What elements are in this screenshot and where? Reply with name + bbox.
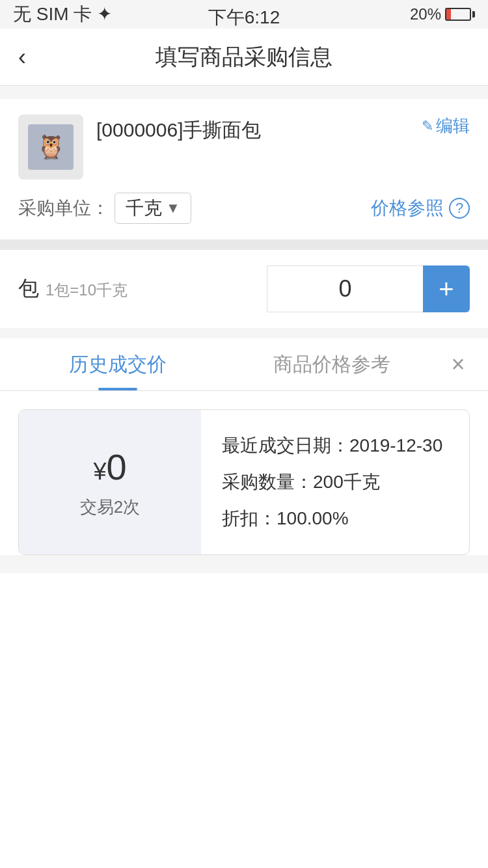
product-unit-row: 采购单位： 千克 ▼ 价格参照 ?	[18, 193, 470, 224]
product-thumbnail: 🦉	[18, 115, 83, 180]
close-icon: ×	[451, 351, 465, 378]
transaction-date-row: 最近成交日期：2019-12-30	[222, 433, 448, 458]
status-time: 下午6:12	[208, 5, 280, 30]
page-title: 填写商品采购信息	[156, 42, 332, 72]
date-value: 2019-12-30	[349, 435, 442, 455]
plus-icon: +	[439, 275, 454, 304]
price-reference-button[interactable]: 价格参照 ?	[371, 196, 470, 221]
product-section: 🦉 [0000006]手撕面包 ✎ 编辑 采购单位： 千克 ▼ 价格参照 ?	[0, 99, 488, 239]
owl-icon: 🦉	[36, 133, 66, 161]
card-right-panel: 最近成交日期：2019-12-30 采购数量：200千克 折扣：100.00%	[201, 410, 469, 554]
tab-product-price[interactable]: 商品价格参考	[224, 338, 439, 390]
battery-percent: 20%	[410, 5, 441, 23]
product-logo: 🦉	[28, 124, 74, 170]
edit-label: 编辑	[436, 115, 470, 137]
date-label: 最近成交日期：	[222, 435, 349, 455]
unit-value: 千克	[126, 196, 162, 221]
unit-selector-area: 采购单位： 千克 ▼	[18, 193, 191, 224]
help-icon: ?	[449, 198, 470, 219]
edit-icon: ✎	[422, 118, 433, 135]
battery-icon	[445, 8, 475, 21]
transaction-qty-row: 采购数量：200千克	[222, 470, 448, 495]
price-ref-label: 价格参照	[371, 196, 444, 221]
quantity-input[interactable]: 0	[267, 265, 423, 312]
quantity-value: 0	[338, 275, 351, 303]
tabs-section: 历史成交价 商品价格参考 × ¥0 交易2次 最近成交日期：2019-12-30…	[0, 338, 488, 555]
unit-sub-label: 1包=10千克	[46, 280, 128, 301]
card-left-panel: ¥0 交易2次	[19, 410, 201, 554]
tab-product-price-label: 商品价格参考	[273, 351, 390, 378]
product-edit-button[interactable]: ✎ 编辑	[422, 115, 470, 137]
product-left: 🦉 [0000006]手撕面包	[18, 115, 261, 180]
section-divider	[0, 239, 488, 250]
unit-main-label: 包	[18, 275, 39, 303]
quantity-unit-label: 包 1包=10千克	[18, 275, 128, 303]
product-header: 🦉 [0000006]手撕面包 ✎ 编辑	[18, 115, 470, 180]
quantity-row: 包 1包=10千克 0 +	[0, 250, 488, 328]
nav-bar: ‹ 填写商品采购信息	[0, 29, 488, 86]
tab-history-price-label: 历史成交价	[69, 351, 167, 378]
status-right-area: 20%	[410, 5, 475, 23]
unit-select[interactable]: 千克 ▼	[115, 193, 191, 224]
price-symbol: ¥	[93, 458, 106, 485]
tabs-header: 历史成交价 商品价格参考 ×	[0, 338, 488, 391]
tab-history-price[interactable]: 历史成交价	[10, 338, 224, 390]
status-signal: 无 SIM 卡 ✦	[13, 2, 112, 27]
unit-label: 采购单位：	[18, 196, 109, 221]
trade-count: 交易2次	[80, 496, 140, 519]
qty-detail-label: 采购数量：	[222, 472, 313, 492]
quantity-plus-button[interactable]: +	[423, 265, 470, 312]
product-name: [0000006]手撕面包	[96, 117, 261, 144]
discount-value: 100.00%	[277, 508, 349, 528]
page-content-area	[0, 573, 488, 868]
qty-detail-value: 200千克	[313, 472, 380, 492]
price-value: 0	[106, 446, 126, 487]
help-text: ?	[455, 200, 463, 217]
tabs-close-button[interactable]: ×	[439, 338, 478, 390]
transaction-discount-row: 折扣：100.00%	[222, 506, 448, 531]
transaction-price: ¥0	[93, 446, 126, 488]
quantity-controls: 0 +	[267, 265, 470, 312]
discount-label: 折扣：	[222, 508, 277, 528]
status-bar: 无 SIM 卡 ✦ 下午6:12 20%	[0, 0, 488, 29]
unit-arrow-icon: ▼	[166, 200, 180, 217]
back-button[interactable]: ‹	[18, 44, 26, 71]
transaction-card: ¥0 交易2次 最近成交日期：2019-12-30 采购数量：200千克 折扣：…	[18, 409, 470, 555]
